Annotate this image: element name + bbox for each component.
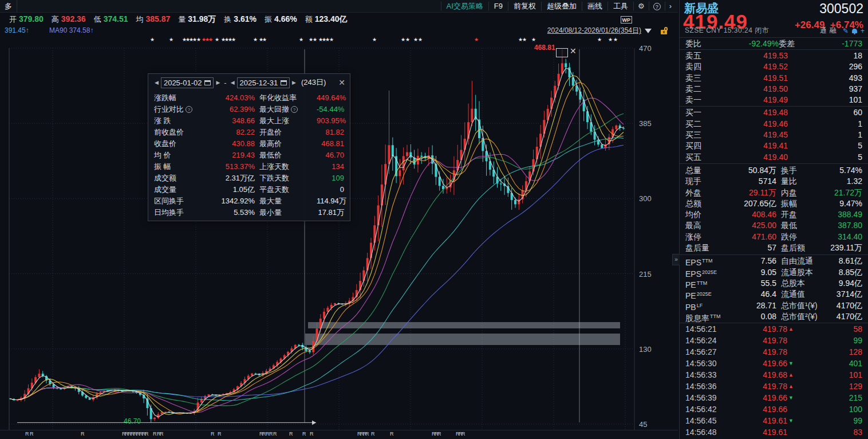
event-star-marker-red[interactable]: ★	[474, 37, 479, 42]
tick-row[interactable]: 14:56:21419.78▲58	[680, 323, 868, 335]
date-from-next-button[interactable]: ▶	[214, 80, 222, 85]
range-dropdown-icon[interactable]	[645, 29, 652, 33]
date-from-prev-button[interactable]: ◀	[153, 80, 160, 85]
rights-marker[interactable]: R	[437, 431, 441, 437]
tick-row[interactable]: 14:56:45419.61▼99	[680, 415, 868, 426]
ask-row[interactable]: 卖五419.5318	[680, 50, 868, 61]
event-star-marker[interactable]: ★	[608, 37, 613, 42]
rights-marker[interactable]: R	[211, 431, 215, 437]
valuation-row[interactable]: PBLF28.71总市值¹(¥)4170亿	[680, 300, 868, 311]
event-star-marker[interactable]: ★	[613, 37, 618, 42]
event-star-marker[interactable]: ★	[597, 37, 602, 42]
calendar-icon[interactable]	[204, 80, 211, 85]
rights-marker[interactable]: R	[310, 431, 314, 437]
rights-marker[interactable]: R	[461, 431, 465, 437]
valuation-row[interactable]: EPS2025E9.05流通股本8.85亿	[680, 267, 868, 278]
ask-row[interactable]: 卖三419.51493	[680, 73, 868, 84]
tick-row[interactable]: 14:56:27419.78128	[680, 346, 868, 358]
rights-marker[interactable]: R	[289, 431, 293, 437]
rights-marker[interactable]: R	[153, 431, 157, 437]
rights-marker[interactable]: R	[218, 431, 222, 437]
more-chevron-icon[interactable]: ›	[665, 2, 676, 11]
bid-row[interactable]: 买五419.405	[680, 152, 868, 163]
annotation-close-icon[interactable]: ✕	[570, 46, 577, 56]
valuation-row[interactable]: PETTM55.5总股本9.94亿	[680, 278, 868, 289]
alert-bell-icon[interactable]	[852, 29, 857, 33]
event-star-marker[interactable]: ★	[169, 37, 173, 42]
menu-item-画线[interactable]: 画线	[582, 2, 607, 11]
stat-row[interactable]: 均价408.46开盘388.49	[680, 209, 868, 220]
bid-row[interactable]: 买三419.451	[680, 130, 868, 140]
valuation-row[interactable]: PE2025E46.4流通值3714亿	[680, 289, 868, 300]
date-to-box[interactable]: 2025-12-31	[237, 77, 290, 88]
annotation-box-icon[interactable]	[556, 48, 568, 57]
event-star-marker[interactable]: ★	[150, 37, 155, 42]
add-watchlist-icon[interactable]: +	[861, 27, 865, 35]
menu-item-F9[interactable]: F9	[488, 2, 508, 11]
stat-row[interactable]: 现手5714量比1.32	[680, 176, 868, 187]
event-star-marker[interactable]: ★	[531, 37, 536, 42]
ask-row[interactable]: 卖四419.52296	[680, 61, 868, 72]
rights-marker[interactable]: R	[160, 431, 164, 437]
stat-row[interactable]: 总额207.65亿振幅9.47%	[680, 198, 868, 209]
valuation-row[interactable]: 股息率TTM0.08总市值²(¥)4170亿	[680, 311, 868, 322]
bid-row[interactable]: 买一419.4860	[680, 107, 868, 118]
popup-close-button[interactable]: ✕	[338, 78, 345, 87]
stat-row[interactable]: 盘后量57盘后额239.11万	[680, 242, 868, 253]
rights-marker[interactable]: R	[145, 431, 149, 437]
valuation-row[interactable]: EPSTTM7.56自由流通8.61亿	[680, 256, 868, 266]
event-star-marker[interactable]: ★	[413, 37, 418, 42]
ask-row[interactable]: 卖一419.49101	[680, 95, 868, 105]
stat-row[interactable]: 外盘29.11万内盘21.72万	[680, 187, 868, 198]
lock-icon[interactable]	[661, 27, 668, 34]
stat-row[interactable]: 最高425.00最低387.80	[680, 220, 868, 231]
event-star-marker[interactable]: ★	[405, 37, 410, 42]
menu-item-ai-strategy[interactable]: AI交易策略	[441, 2, 488, 11]
rights-marker[interactable]: R	[81, 431, 85, 437]
wp-badge[interactable]: WP	[621, 16, 633, 23]
rights-marker[interactable]: R	[390, 431, 394, 437]
info-icon[interactable]: ?	[186, 106, 192, 113]
tick-row[interactable]: 14:56:30419.66▼401	[680, 358, 868, 369]
info-icon[interactable]: ?	[291, 106, 298, 113]
event-star-marker[interactable]: ★	[253, 37, 258, 42]
date-from-box[interactable]: 2025-01-02	[161, 77, 214, 88]
menu-item-超级叠加[interactable]: 超级叠加	[541, 2, 582, 11]
rights-marker[interactable]: R	[30, 431, 34, 437]
event-star-marker[interactable]: ★	[196, 37, 201, 42]
rights-marker[interactable]: R	[273, 431, 277, 437]
event-star-marker-red[interactable]: ★	[208, 37, 213, 42]
event-star-marker[interactable]: ★	[299, 37, 303, 42]
tick-row[interactable]: 14:56:48419.6183	[680, 426, 868, 438]
menu-item-工具[interactable]: 工具	[607, 2, 633, 11]
event-star-marker[interactable]: ★	[329, 37, 334, 42]
calendar-icon[interactable]	[281, 80, 287, 85]
rights-marker[interactable]: R	[302, 431, 306, 437]
bid-row[interactable]: 买四419.415	[680, 140, 868, 151]
event-star-marker[interactable]: ★	[231, 37, 236, 42]
ask-row[interactable]: 卖二419.50937	[680, 84, 868, 95]
rights-marker[interactable]: R	[25, 431, 29, 437]
event-star-marker[interactable]: ★	[372, 37, 377, 42]
date-to-prev-button[interactable]: ◀	[229, 80, 236, 85]
menu-item-前复权[interactable]: 前复权	[508, 2, 541, 11]
bid-row[interactable]: 买二419.461	[680, 119, 868, 130]
date-to-next-button[interactable]: ▶	[290, 80, 298, 85]
stat-row[interactable]: 涨停471.60跌停314.40	[680, 232, 868, 242]
event-star-marker[interactable]: ★	[262, 37, 267, 42]
stat-row[interactable]: 总量50.84万换手5.74%	[680, 165, 868, 176]
tick-row[interactable]: 14:56:42419.66100	[680, 403, 868, 415]
side-tab-duo[interactable]: 多	[0, 0, 17, 13]
panel-expander[interactable]: »	[672, 254, 680, 265]
event-star-marker[interactable]: ★	[313, 37, 317, 42]
tick-row[interactable]: 14:56:39419.66▼215	[680, 392, 868, 403]
rights-marker[interactable]: R	[371, 431, 375, 437]
event-star-marker[interactable]: ★	[401, 37, 405, 42]
edit-icon[interactable]: ✎	[843, 27, 849, 35]
rights-marker[interactable]: R	[269, 431, 273, 437]
tick-row[interactable]: 14:56:33419.68▲101	[680, 369, 868, 381]
event-star-marker[interactable]: ★	[215, 37, 219, 42]
gear-icon[interactable]: ⚙	[633, 2, 649, 11]
help-icon[interactable]: ?	[649, 2, 665, 11]
tick-row[interactable]: 14:56:24419.7899	[680, 335, 868, 346]
